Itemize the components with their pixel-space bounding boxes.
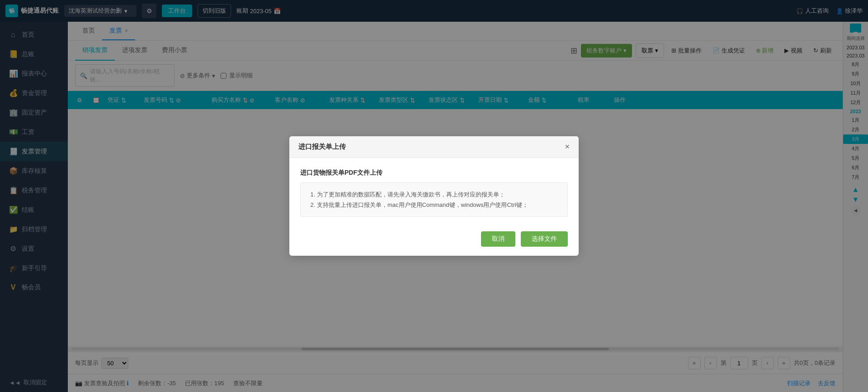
- modal-cancel-button[interactable]: 取消: [481, 231, 515, 247]
- import-customs-modal: 进口报关单上传 × 进口货物报关单PDF文件上传 为了更加精准的数据匹配，请先录…: [289, 136, 579, 256]
- modal-header: 进口报关单上传 ×: [289, 136, 579, 158]
- modal-footer: 取消 选择文件: [289, 224, 579, 256]
- modal-info-item-1: 为了更加精准的数据匹配，请先录入海关缴款书，再上传对应的报关单；: [317, 189, 560, 200]
- modal-overlay[interactable]: 进口报关单上传 × 进口货物报关单PDF文件上传 为了更加精准的数据匹配，请先录…: [0, 0, 868, 392]
- modal-body: 进口货物报关单PDF文件上传 为了更加精准的数据匹配，请先录入海关缴款书，再上传…: [289, 158, 579, 225]
- modal-info-box: 为了更加精准的数据匹配，请先录入海关缴款书，再上传对应的报关单； 支持批量上传进…: [300, 182, 568, 217]
- modal-select-file-button[interactable]: 选择文件: [521, 231, 568, 247]
- modal-section-title: 进口货物报关单PDF文件上传: [300, 169, 568, 177]
- modal-info-item-2: 支持批量上传进口报关单，mac用户使用Command键，windows用户使用C…: [317, 200, 560, 210]
- modal-close-button[interactable]: ×: [565, 143, 570, 151]
- modal-title: 进口报关单上传: [298, 143, 346, 151]
